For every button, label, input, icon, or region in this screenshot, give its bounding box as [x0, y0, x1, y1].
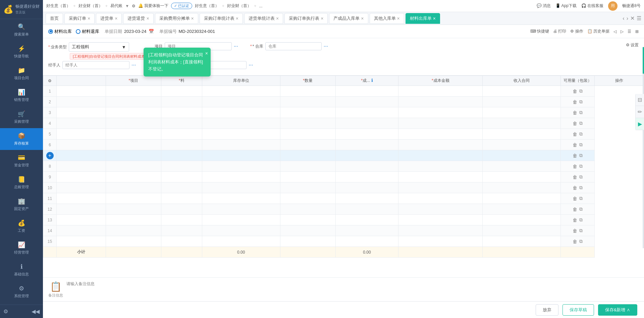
topbar-dropdown-arrow[interactable]: ▼	[125, 4, 129, 8]
topbar-item-haoyecai[interactable]: 好业财（首）	[78, 3, 103, 9]
delete-icon-12[interactable]: 🗑	[573, 207, 577, 212]
settings-bottom-icon[interactable]: ⚙	[3, 308, 8, 315]
copy-icon-7[interactable]: ⧉	[579, 153, 583, 158]
cell-material-2[interactable]	[106, 97, 161, 107]
cell-income-contract-2[interactable]	[398, 97, 483, 107]
tab-prev-icon[interactable]: ‹	[623, 15, 624, 21]
user-name[interactable]: 畅捷通8号	[622, 3, 641, 9]
save-new-button[interactable]: 保存&新增 ∧	[598, 304, 637, 316]
list-view-icon[interactable]: ☰	[628, 29, 631, 34]
user-avatar[interactable]: 用	[608, 1, 618, 11]
sidebar-item-assets[interactable]: 🏢 固定资产	[0, 194, 43, 215]
history-btn[interactable]: 📋 历史单据	[587, 29, 609, 34]
save-draft-button[interactable]: 保存草稿	[562, 304, 594, 316]
sidebar-item-inventory[interactable]: 📦 库存核算	[0, 128, 43, 150]
cell-quantity-2[interactable]	[202, 97, 280, 107]
tab-other-inbound[interactable]: 其他入库单×	[370, 13, 404, 24]
copy-icon-1[interactable]: ⧉	[579, 88, 583, 94]
tab-material-outbound[interactable]: 材料出库单×	[406, 13, 440, 24]
tab-purchase-order[interactable]: 采购订单×	[64, 13, 95, 24]
business-type-select[interactable]: 工程领料 ▼	[69, 42, 129, 52]
cell-active-material[interactable]	[106, 150, 161, 161]
tab-product-inbound[interactable]: 产成品入库单×	[329, 13, 368, 24]
radio-material-out[interactable]: 材料出库	[48, 29, 72, 35]
topbar-item-haoshengyi[interactable]: 好生意（首）	[46, 3, 70, 9]
tab-purchase-expense[interactable]: 采购费用分摊单×	[155, 13, 198, 24]
project-dots-icon[interactable]: ···	[234, 43, 238, 49]
delete-icon-14[interactable]: 🗑	[573, 228, 577, 233]
menu-icon[interactable]: ☰	[637, 15, 641, 21]
grid-view-icon[interactable]: ⊞	[635, 29, 639, 34]
tab-close-icon[interactable]: ×	[146, 16, 149, 21]
delete-icon-2[interactable]: 🗑	[573, 99, 577, 105]
calendar-icon[interactable]: 📅	[149, 29, 154, 34]
delete-icon-13[interactable]: 🗑	[573, 217, 577, 223]
copy-icon-10[interactable]: ⧉	[579, 185, 583, 191]
copy-icon-2[interactable]: ⧉	[579, 99, 583, 105]
delete-icon-10[interactable]: 🗑	[573, 185, 577, 191]
print-btn[interactable]: 🖨 打印	[553, 29, 566, 34]
col-settings[interactable]: ⚙	[43, 76, 57, 86]
warehouse-input[interactable]	[265, 42, 322, 50]
copy-icon-11[interactable]: ⧉	[579, 196, 583, 201]
tab-close-icon[interactable]: ×	[236, 16, 238, 21]
cell-active-project[interactable]	[57, 150, 106, 161]
warehouse-dots-icon[interactable]: ···	[324, 43, 328, 49]
discard-button[interactable]: 放弃	[536, 304, 558, 316]
cell-cost-1[interactable]	[280, 86, 335, 97]
cell-quantity-1[interactable]	[202, 86, 280, 97]
tab-next-icon[interactable]: ›	[627, 15, 628, 21]
sidebar-item-basic-info[interactable]: ℹ 基础信息	[0, 259, 43, 281]
topbar-item-more[interactable]: ...	[259, 4, 263, 8]
topbar-message[interactable]: 💬 消息	[537, 3, 551, 9]
copy-icon-12[interactable]: ⧉	[579, 206, 583, 212]
income-contract-dots-icon[interactable]: ···	[249, 62, 253, 68]
topbar-experience[interactable]: 🔔 我要体验一下	[138, 3, 168, 9]
delete-icon-4[interactable]: 🗑	[573, 121, 577, 126]
tab-home[interactable]: 首页	[46, 13, 63, 24]
collapse-icon[interactable]: ◀◀	[32, 308, 40, 315]
sidebar-item-system[interactable]: ⚙ 系统管理	[0, 281, 43, 303]
next-record-icon[interactable]: ▷	[621, 29, 624, 34]
cell-unit-1[interactable]	[161, 86, 202, 97]
copy-icon-13[interactable]: ⧉	[579, 217, 583, 223]
topbar-item-yidaizhang[interactable]: 易代账	[110, 3, 122, 9]
right-panel-icon-3[interactable]: ▶	[636, 118, 644, 130]
delete-icon-1[interactable]: 🗑	[573, 89, 577, 94]
copy-icon-4[interactable]: ⧉	[579, 120, 583, 126]
tab-purchase-stats[interactable]: 采购订单统计表×	[200, 13, 243, 24]
copy-icon-5[interactable]: ⧉	[579, 131, 583, 137]
tab-close-icon[interactable]: ×	[433, 16, 436, 21]
copy-icon-9[interactable]: ⧉	[579, 174, 583, 180]
tab-close-icon[interactable]: ×	[361, 16, 364, 21]
date-value[interactable]: 2023-03-24	[124, 29, 147, 34]
sidebar-item-sales[interactable]: 📊 销售管理	[0, 85, 43, 106]
right-panel-icon-2[interactable]: ✏	[636, 106, 644, 118]
topbar-online-service[interactable]: 🎧 在线客服	[581, 3, 603, 9]
tab-close-icon[interactable]: ×	[191, 16, 194, 21]
sidebar-item-purchase[interactable]: 🛒 采购管理	[0, 106, 43, 128]
cell-available-2[interactable]	[483, 97, 561, 107]
delete-icon-5[interactable]: 🗑	[573, 131, 577, 137]
tab-close-icon[interactable]: ×	[115, 16, 117, 21]
operation-btn[interactable]: ⚙ 操作	[570, 29, 583, 34]
sidebar-item-payroll[interactable]: 💰 工资	[0, 215, 43, 237]
notes-input[interactable]	[66, 281, 639, 290]
cell-cost-amount-2[interactable]	[335, 97, 398, 107]
topbar-settings-icon[interactable]: ⚙	[132, 4, 136, 8]
cell-income-contract-1[interactable]	[398, 86, 483, 97]
cell-available-1[interactable]	[483, 86, 561, 97]
delete-icon-15[interactable]: 🗑	[573, 239, 577, 244]
close-all-icon[interactable]: ✕	[630, 15, 635, 21]
sidebar-item-finance[interactable]: 💳 资金管理	[0, 150, 43, 172]
tab-incoming-return[interactable]: 进货退货×	[123, 13, 153, 24]
cost-info-icon[interactable]: ℹ	[371, 78, 373, 83]
add-row-button[interactable]: +	[46, 152, 54, 159]
tab-close-icon[interactable]: ×	[321, 16, 323, 21]
radio-material-return[interactable]: 材料退库	[76, 29, 99, 35]
copy-icon-15[interactable]: ⧉	[579, 238, 583, 244]
delete-icon-8[interactable]: 🗑	[573, 164, 577, 169]
tab-close-icon[interactable]: ×	[397, 16, 400, 21]
tab-incoming[interactable]: 进货单×	[96, 13, 122, 24]
handler-input[interactable]	[62, 61, 129, 69]
